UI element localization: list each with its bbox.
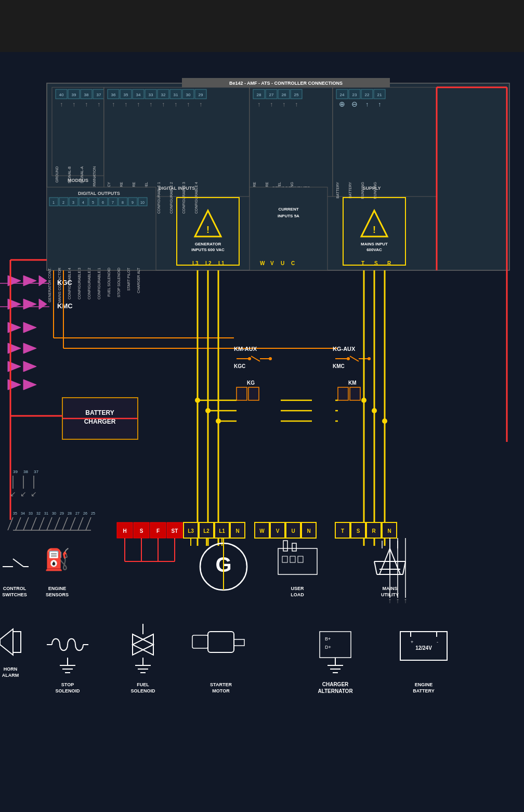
svg-text:SWITCHES: SWITCHES [2,592,27,597]
svg-text:W: W [259,528,265,534]
svg-text:27: 27 [269,93,274,97]
svg-text:↙: ↙ [20,490,27,498]
svg-marker-159 [23,299,36,309]
svg-text:4: 4 [82,201,84,204]
svg-text:↑: ↑ [137,101,140,108]
svg-text:KM-AUX: KM-AUX [234,346,257,352]
svg-text:↑: ↑ [97,101,100,108]
svg-text:L3: L3 [192,260,199,266]
svg-text:CONTROL: CONTROL [3,586,27,591]
svg-text:CHARGER: CHARGER [322,682,349,687]
svg-rect-349 [192,635,208,648]
svg-text:24: 24 [340,93,345,97]
svg-text:10: 10 [140,201,145,204]
svg-point-186 [269,357,272,360]
svg-text:LOAD: LOAD [291,592,304,597]
svg-rect-307 [290,556,295,562]
svg-text:H: H [123,528,126,534]
svg-text:KGC: KGC [234,363,245,369]
svg-text:38: 38 [23,469,28,474]
svg-text:HORN: HORN [4,666,18,672]
svg-text:BATTERY: BATTERY [348,182,352,199]
svg-rect-76 [333,87,437,197]
svg-text:34: 34 [136,93,141,97]
svg-text:START PILOT: START PILOT [127,267,130,291]
svg-text:ENGINE: ENGINE [48,586,67,591]
svg-line-191 [350,356,359,361]
svg-line-319 [374,561,377,574]
svg-text:38: 38 [84,93,89,97]
svg-text:30: 30 [186,93,191,97]
svg-line-291 [78,517,83,530]
svg-text:26: 26 [282,93,286,97]
svg-text:W: W [260,260,265,266]
svg-rect-294 [0,548,29,577]
svg-text:29: 29 [199,93,203,97]
svg-text:U: U [281,260,284,266]
svg-text:35: 35 [124,93,128,97]
svg-text:!: ! [206,225,209,235]
svg-text:KMC: KMC [333,363,345,369]
svg-text:F: F [156,528,160,534]
svg-text:KG: KG [247,380,255,386]
svg-text:39: 39 [13,469,18,474]
svg-line-290 [70,517,75,530]
svg-text:↑: ↑ [85,101,88,108]
svg-text:↑: ↑ [187,101,190,108]
svg-text:SENSORS: SENSORS [46,592,69,597]
svg-text:25: 25 [294,93,299,97]
svg-rect-137 [250,187,328,270]
svg-text:V: V [276,528,280,534]
svg-point-209 [216,418,221,424]
svg-text:KM: KM [348,380,357,386]
svg-text:31: 31 [44,512,48,515]
svg-text:L2: L2 [203,528,209,534]
svg-point-207 [195,398,200,403]
svg-point-193 [368,357,371,360]
svg-marker-165 [23,343,36,353]
svg-text:33: 33 [149,93,153,97]
svg-text:N: N [235,528,239,534]
svg-text:ALTERNATOR: ALTERNATOR [318,688,353,694]
header[interactable] [0,0,524,52]
svg-text:28: 28 [68,512,72,515]
svg-text:33: 33 [29,512,33,515]
svg-text:27: 27 [75,512,80,515]
svg-line-285 [31,517,36,530]
svg-text:34: 34 [21,512,25,515]
svg-rect-57 [250,87,333,197]
svg-text:36: 36 [111,93,116,97]
svg-text:2: 2 [62,201,64,204]
svg-marker-154 [23,276,36,286]
svg-rect-347 [208,632,234,652]
svg-text:40: 40 [59,93,64,97]
svg-text:MOTOR: MOTOR [212,688,230,693]
svg-text:GENERATOR CONT.: GENERATOR CONT. [48,268,51,303]
svg-point-183 [248,357,251,360]
svg-text:↑: ↑ [404,596,408,605]
svg-line-283 [16,517,21,530]
svg-text:↑: ↑ [388,596,392,605]
svg-text:FUEL: FUEL [137,682,149,687]
svg-text:↑: ↑ [282,101,285,108]
svg-text:30: 30 [52,512,56,515]
svg-line-289 [62,517,68,530]
svg-text:STOP SOLENOID: STOP SOLENOID [117,268,121,297]
svg-text:BATTERY: BATTERY [85,409,114,416]
svg-text:↑: ↑ [149,101,152,108]
svg-line-184 [251,356,260,361]
svg-rect-348 [234,639,244,646]
svg-text:37: 37 [34,469,38,474]
svg-text:BATTERY: BATTERY [336,182,339,199]
svg-text:31: 31 [174,93,178,97]
svg-point-221 [382,418,387,424]
svg-marker-155 [39,276,47,286]
svg-text:32: 32 [161,93,166,97]
svg-line-284 [23,517,29,530]
svg-point-219 [361,398,366,403]
svg-text:CONFIGURABLE 3: CONFIGURABLE 3 [77,268,81,299]
svg-text:↑: ↑ [396,596,400,605]
svg-text:GROUND: GROUND [55,166,59,182]
svg-text:29: 29 [60,512,64,515]
svg-text:KMC: KMC [57,302,73,310]
